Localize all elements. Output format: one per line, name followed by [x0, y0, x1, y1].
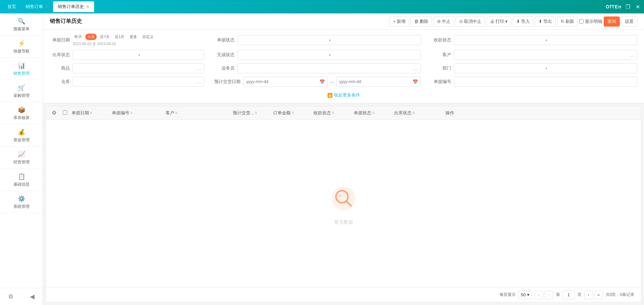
filter-delivery-date-to[interactable]: [339, 79, 413, 84]
last-page-btn[interactable]: »: [594, 291, 603, 299]
top-bar: 首页 销售订单 ✕ 销售订单历史 ✕ OfTEn ❐ ✕: [0, 0, 644, 13]
sidebar-item-purchase-mgmt[interactable]: 🛒 采购管理: [0, 80, 43, 102]
filter-receipt-status-label: 收款状态: [431, 37, 451, 43]
filter-delivery-status: 出库状态 ▾: [50, 50, 204, 60]
restore-icon[interactable]: ❐: [624, 2, 632, 11]
date-tab-more[interactable]: 更多: [128, 34, 139, 40]
filter-warehouse-input[interactable]: [76, 79, 195, 84]
filter-customer-more-icon[interactable]: …: [630, 52, 634, 58]
th-delivery-sort-icon: ⇅: [255, 111, 257, 115]
query-button[interactable]: 查询: [604, 16, 620, 27]
th-customer[interactable]: 客户 ⇅: [164, 110, 231, 116]
th-customer-label: 客户: [166, 110, 174, 116]
new-button[interactable]: + 新增: [389, 16, 409, 27]
sidebar-item-search-menu[interactable]: 🔍 搜索菜单: [0, 13, 43, 36]
filter-customer-input[interactable]: [457, 52, 629, 57]
filter-delivery-date-from[interactable]: [246, 79, 319, 84]
sidebar-item-finance[interactable]: 💰 资金管理: [0, 124, 43, 147]
sidebar-bottom: ⚙ ◀: [0, 288, 43, 305]
prev-page-btn[interactable]: ‹: [545, 291, 553, 299]
export-button[interactable]: ⬆ 导出: [535, 16, 556, 27]
close-icon[interactable]: ✕: [634, 2, 641, 11]
th-receipt-status[interactable]: 收款状态 ⇅: [312, 110, 352, 116]
select-all-checkbox[interactable]: [63, 110, 67, 115]
date-tab-last1month[interactable]: 近1月: [113, 34, 126, 40]
collapse-row[interactable]: 🔼 收起更多条件: [50, 90, 637, 99]
filter-delivery-date-from-wrap[interactable]: 📅: [243, 77, 328, 87]
table-select-all[interactable]: [59, 110, 70, 116]
date-tab-yesterday[interactable]: 昨天: [73, 34, 84, 40]
tab-sales-order-history-close[interactable]: ✕: [86, 4, 89, 9]
filter-bill-no-input[interactable]: [457, 79, 635, 84]
filter-row-4: 仓库 … 预计交货日期 📅 — 📅: [50, 77, 637, 87]
calendar-from-icon[interactable]: 📅: [319, 79, 325, 84]
filter-receipt-status-select[interactable]: ▾: [454, 35, 638, 45]
tab-sales-order-close[interactable]: ✕: [45, 4, 48, 9]
sidebar: 🔍 搜索菜单 ⚡ 快捷导航 📊 销售管理 🛒 采购管理 📦 库存核算 💰 资金管…: [0, 13, 43, 305]
date-tab-today[interactable]: 今天: [85, 34, 97, 40]
filter-product-input[interactable]: [76, 66, 195, 71]
filter-product-more-icon[interactable]: …: [197, 66, 201, 71]
filter-salesperson-input-wrap[interactable]: …: [237, 63, 421, 73]
tab-sales-order-history[interactable]: 销售订单历史 ✕: [53, 1, 94, 12]
filter-delivery-status-select[interactable]: ▾: [73, 50, 204, 60]
date-tab-last7[interactable]: 近7天: [98, 34, 112, 40]
calendar-to-icon[interactable]: 📅: [413, 79, 418, 84]
print-button[interactable]: 🖨 打印 ▾: [486, 16, 511, 27]
svg-point-0: [332, 187, 355, 210]
filter-dept-select[interactable]: ▾: [454, 63, 638, 73]
filter-delivery-status-label: 出库状态: [50, 52, 70, 58]
filter-delivery-date-to-wrap[interactable]: 📅: [336, 77, 421, 87]
refresh-button[interactable]: ↻ 刷新: [557, 16, 578, 27]
filter-salesperson-input[interactable]: [240, 66, 412, 71]
filter-complete-status-select[interactable]: ▾: [237, 50, 421, 60]
query-label: 查询: [607, 18, 616, 25]
display-detail-checkbox[interactable]: [579, 19, 584, 24]
filter-salesperson-more-icon[interactable]: …: [413, 66, 418, 71]
table-settings-icon[interactable]: ⚙: [49, 110, 59, 116]
sidebar-item-inventory[interactable]: 📦 库存核算: [0, 102, 43, 124]
tab-sales-order[interactable]: 销售订单 ✕: [21, 1, 53, 12]
import-button[interactable]: ⬇ 导入: [513, 16, 533, 27]
sidebar-item-operations[interactable]: 📈 经营管理: [0, 147, 43, 169]
sidebar-item-sales-mgmt[interactable]: 📊 销售管理: [0, 58, 43, 80]
current-page-input[interactable]: [563, 291, 575, 299]
filter-warehouse-label: 仓库: [50, 79, 70, 85]
sidebar-item-base-info[interactable]: 📋 基础信息: [0, 169, 43, 191]
th-delivery-status[interactable]: 出库状态 ⇅: [393, 110, 433, 116]
sidebar-item-sys-mgmt[interactable]: ⚙️ 系统管理: [0, 191, 43, 213]
filter-bill-status-select[interactable]: ▾: [237, 35, 421, 45]
cancel-stop-button[interactable]: ⊙ 取消中止: [456, 16, 485, 27]
sidebar-settings-btn[interactable]: ⚙: [5, 292, 16, 302]
sidebar-collapse-btn[interactable]: ◀: [27, 292, 37, 302]
sidebar-item-quick-nav[interactable]: ⚡ 快捷导航: [0, 36, 43, 58]
page-size-arrow: ▾: [527, 292, 529, 297]
stop-button[interactable]: ⊘ 中止: [433, 16, 454, 27]
operations-icon: 📈: [18, 151, 25, 158]
th-amount[interactable]: 订单金额 ⇅: [272, 110, 312, 116]
date-tab-custom[interactable]: 自定义: [140, 34, 156, 40]
filter-warehouse-more-icon[interactable]: …: [197, 79, 201, 84]
svg-point-3: [339, 195, 341, 197]
display-detail-checkbox-wrap[interactable]: 显示明细: [579, 18, 602, 25]
page-size-select[interactable]: 50 ▾: [518, 291, 531, 299]
next-page-btn[interactable]: ›: [584, 291, 593, 299]
filter-customer-input-wrap[interactable]: …: [454, 50, 638, 60]
filter-bill-no-input-wrap[interactable]: [454, 77, 638, 87]
th-no[interactable]: 单据编号 ⇅: [111, 110, 164, 116]
filter-product-input-wrap[interactable]: …: [73, 63, 204, 73]
export-label: 导出: [543, 18, 552, 25]
th-date[interactable]: 单据日期 ⇅: [70, 110, 111, 116]
filter-warehouse-input-wrap[interactable]: …: [73, 77, 204, 87]
inventory-icon: 📦: [18, 106, 25, 114]
th-delivery-label: 预计交货...: [233, 110, 254, 116]
tab-home[interactable]: 首页: [3, 1, 21, 12]
settings-button[interactable]: 设置: [621, 16, 637, 27]
delete-button[interactable]: 🗑 删除: [411, 16, 432, 27]
quick-nav-icon: ⚡: [18, 40, 25, 47]
th-delivery[interactable]: 预计交货... ⇅: [231, 110, 272, 116]
sales-mgmt-icon: 📊: [18, 62, 25, 69]
th-bill-status[interactable]: 单据状态 ⇅: [352, 110, 393, 116]
th-amount-sort-icon: ⇅: [291, 111, 294, 115]
first-page-btn[interactable]: «: [534, 291, 543, 299]
